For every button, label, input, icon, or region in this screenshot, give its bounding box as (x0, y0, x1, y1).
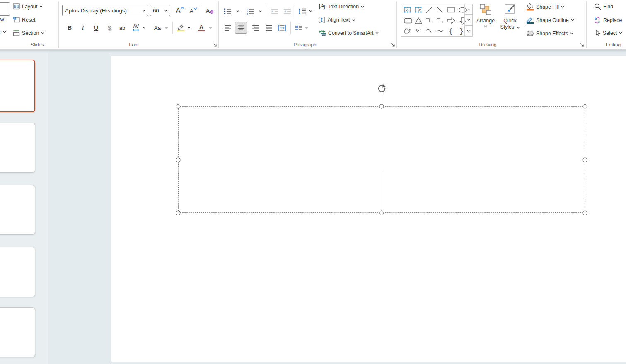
shape-line-icon[interactable] (425, 5, 434, 14)
quick-styles-button[interactable]: Quick Styles (499, 2, 521, 40)
shape-vertical-text-box-icon[interactable]: A (414, 5, 423, 14)
decrease-font-size-button[interactable]: A (187, 5, 200, 16)
group-separator (218, 1, 219, 48)
handle-middle-right[interactable] (583, 158, 587, 162)
align-center-button[interactable] (235, 22, 247, 34)
handle-top-right[interactable] (583, 104, 587, 109)
shape-right-arrow-icon[interactable] (446, 16, 456, 25)
distributed-alignment-button[interactable] (276, 22, 288, 33)
replace-button[interactable]: b c Replace (593, 16, 622, 24)
shapes-gallery: A A (401, 4, 473, 37)
gallery-scroll-down-button[interactable] (465, 14, 473, 25)
font-size-combo[interactable]: 60 (150, 5, 170, 16)
handle-middle-left[interactable] (176, 158, 181, 162)
group-separator (396, 1, 397, 48)
chevron-down-icon[interactable] (209, 27, 212, 29)
chevron-down-icon[interactable] (309, 10, 312, 12)
chevron-down-icon (361, 6, 364, 8)
paragraph-dialog-launcher-icon[interactable] (390, 42, 396, 48)
shape-effects-label: Shape Effects (536, 31, 568, 36)
slide-thumbnail-1-selected[interactable] (0, 60, 35, 112)
shape-fill-button[interactable]: Shape Fill (526, 3, 564, 11)
font-dialog-launcher-icon[interactable] (212, 42, 218, 48)
justify-button[interactable] (263, 22, 274, 33)
font-name-value: Aptos Display (Headings) (65, 7, 127, 14)
align-right-button[interactable] (250, 22, 261, 33)
shape-scribble-icon[interactable] (414, 27, 423, 36)
align-text-button[interactable]: Align Text (318, 16, 355, 24)
slide-thumbnail-5[interactable] (0, 307, 35, 357)
handle-top-left[interactable] (176, 104, 181, 109)
handle-bottom-right[interactable] (583, 211, 587, 215)
gallery-scroll-column (464, 4, 473, 36)
handle-bottom-middle[interactable] (379, 211, 384, 215)
svg-text:3: 3 (247, 12, 248, 15)
shape-freeform-icon[interactable] (403, 27, 412, 36)
convert-to-smartart-button[interactable]: Convert to SmartArt (318, 29, 379, 36)
group-label-paragraph: Paragraph (222, 42, 388, 48)
shape-elbow-arrow-connector-icon[interactable] (435, 16, 445, 25)
chevron-down-icon[interactable] (187, 27, 191, 29)
slide-thumbnail-2[interactable] (0, 123, 35, 173)
left-right-arrow-icon (133, 29, 139, 31)
underline-button[interactable]: U (91, 22, 101, 33)
text-highlight-button[interactable] (176, 22, 186, 33)
shape-rectangle-icon[interactable] (446, 5, 456, 14)
increase-font-size-button[interactable]: A (174, 5, 186, 16)
bullet-list-icon (224, 8, 232, 15)
handle-bottom-left[interactable] (176, 211, 181, 215)
new-slide-button-line2[interactable]: Slide (0, 29, 6, 35)
shape-curve-icon[interactable] (435, 27, 445, 36)
increase-indent-button[interactable] (282, 6, 292, 17)
text-direction-button[interactable]: A Text Direction (318, 3, 364, 10)
bullets-button[interactable] (222, 6, 233, 17)
chevron-down-icon[interactable] (236, 10, 239, 12)
find-button[interactable]: Find (594, 3, 613, 10)
drawing-dialog-launcher-icon[interactable] (579, 42, 585, 48)
decrease-indent-button[interactable] (269, 6, 280, 17)
shape-line-arrow-icon[interactable] (435, 5, 445, 14)
shape-outline-button[interactable]: Shape Outline (526, 16, 574, 24)
character-spacing-button[interactable]: AV (130, 22, 142, 33)
shape-arc-icon[interactable] (425, 27, 434, 36)
change-case-button[interactable]: Aa (152, 22, 163, 33)
shape-outline-label: Shape Outline (536, 17, 569, 23)
shape-effects-button[interactable]: Shape Effects (526, 29, 573, 37)
chevron-down-icon[interactable] (259, 10, 262, 12)
font-name-combo[interactable]: Aptos Display (Headings) (62, 5, 148, 16)
reset-button[interactable]: Reset (13, 17, 35, 23)
gallery-more-button[interactable] (465, 25, 473, 36)
text-shadow-button[interactable]: S (104, 22, 114, 33)
columns-button[interactable] (293, 22, 303, 33)
shape-fill-icon (526, 3, 534, 11)
line-spacing-button[interactable] (297, 6, 307, 17)
slide-canvas[interactable] (111, 56, 626, 362)
chevron-down-icon[interactable] (165, 27, 168, 29)
shape-text-box-icon[interactable]: A (403, 5, 412, 14)
shape-left-brace-icon[interactable]: { (447, 27, 454, 36)
clear-formatting-button[interactable]: A (204, 5, 216, 16)
rotate-handle-icon[interactable] (377, 84, 387, 94)
numbering-button[interactable]: 1 2 3 (244, 6, 255, 17)
panel-splitter[interactable] (48, 50, 48, 364)
shape-elbow-connector-icon[interactable] (425, 16, 434, 25)
slide-thumbnail-3[interactable] (0, 185, 35, 235)
italic-button[interactable]: I (78, 22, 88, 33)
slide-thumbnail-4[interactable] (0, 247, 35, 297)
select-button[interactable]: Select (594, 29, 622, 36)
gallery-scroll-up-button[interactable] (465, 4, 473, 14)
font-color-button[interactable]: A (196, 22, 206, 33)
new-slide-button-line1[interactable]: New (0, 17, 4, 22)
arrange-button[interactable]: Arrange (475, 2, 496, 40)
align-left-button[interactable] (222, 22, 233, 33)
reset-label: Reset (22, 17, 35, 23)
bold-button[interactable]: B (65, 22, 75, 33)
shape-triangle-icon[interactable] (414, 16, 423, 25)
chevron-down-icon[interactable] (143, 27, 146, 29)
handle-top-middle[interactable] (379, 104, 384, 109)
section-button[interactable]: Section (13, 30, 44, 36)
layout-button[interactable]: Layout (13, 3, 43, 10)
strikethrough-button[interactable]: ab (117, 22, 128, 33)
chevron-down-icon[interactable] (305, 27, 308, 29)
shape-rounded-rectangle-icon[interactable] (403, 16, 413, 25)
